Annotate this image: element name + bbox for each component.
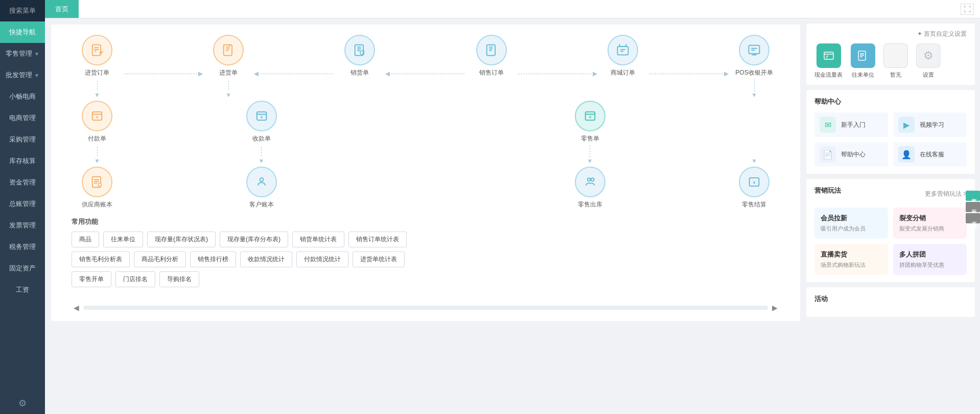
fullscreen-button[interactable]: ⛶ bbox=[961, 4, 974, 15]
wf-label: 销货单 bbox=[351, 68, 369, 77]
sidebar-item-ledger[interactable]: 总账管理 bbox=[0, 193, 45, 215]
float-btn-service[interactable]: 客服热线 bbox=[966, 191, 980, 201]
sidebar-item-label: 小畅电商 bbox=[9, 92, 36, 101]
float-btn-community[interactable]: 服务社区 bbox=[966, 202, 980, 212]
scroll-track[interactable] bbox=[83, 306, 768, 310]
wf-node-zero-sales[interactable]: ¥ 零售单 bbox=[565, 101, 616, 143]
wf-node-payment[interactable]: ¥ 付款单 bbox=[72, 101, 123, 143]
workflow-card: 进货订单 ▶ 进货单 bbox=[51, 25, 800, 321]
func-btn-receipt-stats[interactable]: 收款情况统计 bbox=[240, 251, 292, 267]
more-marketing-link[interactable]: 更多营销玩法 > bbox=[925, 190, 967, 198]
wf-node-customer-ledger[interactable]: 客户账本 bbox=[236, 167, 287, 209]
chevron-down-icon: ▼ bbox=[34, 73, 39, 78]
svg-rect-4 bbox=[224, 45, 232, 56]
wf-node-mall-order[interactable]: 商城订单 bbox=[597, 35, 648, 77]
home-customize-settings[interactable]: ✦ 首页自定义设置 bbox=[917, 30, 967, 38]
func-btn-inventory-dist[interactable]: 现存量(库存分布表) bbox=[220, 232, 288, 247]
help-item-beginner[interactable]: ✉ 新手入门 bbox=[814, 112, 888, 137]
video-icon: ▶ bbox=[898, 117, 915, 133]
beginner-icon: ✉ bbox=[820, 117, 836, 133]
contacts-icon bbox=[851, 43, 875, 68]
marketing-item-title: 会员拉新 bbox=[821, 214, 882, 223]
marketing-item-group[interactable]: 多人拼团 拼团购物享受优惠 bbox=[893, 244, 967, 275]
float-btn-desktop[interactable]: 桌面快捷 bbox=[966, 213, 980, 223]
wf-node-supplier-ledger[interactable]: 供应商账本 bbox=[72, 167, 123, 209]
tab-home[interactable]: 首页 bbox=[45, 0, 79, 18]
quick-icon-empty[interactable]: 暂无 bbox=[883, 43, 908, 79]
main-area: 首页 ⛶ 进货订单 bbox=[45, 0, 980, 414]
sidebar-item-ecommerce[interactable]: 电商管理 bbox=[0, 107, 45, 129]
wf-label: 销售订单 bbox=[479, 68, 504, 77]
marketing-item-desc: 场景式购物新玩法 bbox=[821, 261, 882, 269]
help-item-service[interactable]: 👤 在线客服 bbox=[893, 142, 967, 167]
marketing-item-title: 裂变分销 bbox=[899, 214, 961, 223]
quick-icon-cashflow[interactable]: 现金流量表 bbox=[814, 43, 843, 79]
sidebar-item-purchase[interactable]: 采购管理 bbox=[0, 129, 45, 150]
supplier-ledger-icon bbox=[82, 167, 112, 197]
wf-label: POS收银开单 bbox=[735, 68, 773, 77]
sidebar-item-label: 电商管理 bbox=[9, 113, 36, 123]
sidebar-item-retail[interactable]: 零售管理 ▼ bbox=[0, 43, 45, 64]
marketing-item-member[interactable]: 会员拉新 吸引用户成为会员 bbox=[814, 208, 888, 239]
help-item-video[interactable]: ▶ 视频学习 bbox=[893, 112, 967, 137]
func-btn-purchase-stats[interactable]: 进货单统计表 bbox=[353, 251, 405, 267]
quick-icon-contacts[interactable]: 往来单位 bbox=[851, 43, 875, 79]
func-btn-store-rank[interactable]: 门店排名 bbox=[115, 271, 155, 287]
retail-settlement-icon: ¥ bbox=[739, 167, 769, 197]
sidebar-item-finance[interactable]: 资金管理 bbox=[0, 172, 45, 193]
sidebar-search[interactable]: 搜索菜单 bbox=[0, 0, 45, 21]
scroll-left-button[interactable]: ◀ bbox=[72, 304, 81, 312]
wf-label: 零售结算 bbox=[742, 200, 766, 209]
svg-rect-5 bbox=[355, 45, 363, 56]
svg-point-19 bbox=[587, 178, 590, 181]
func-btn-order-stats[interactable]: 销售订单统计表 bbox=[348, 232, 407, 247]
quick-icon-label: 设置 bbox=[923, 71, 934, 79]
func-row-3: 零售开单 门店排名 导购排名 bbox=[72, 271, 780, 287]
sidebar-item-ecommerce-small[interactable]: 小畅电商 bbox=[0, 86, 45, 107]
marketing-item-referral[interactable]: 裂变分销 裂变式发展分销商 bbox=[893, 208, 967, 239]
sidebar-item-assets[interactable]: 固定资产 bbox=[0, 258, 45, 279]
wf-node-sales-order[interactable]: 销售订单 bbox=[466, 35, 517, 77]
zero-sales-icon: ¥ bbox=[575, 101, 605, 131]
wf-node-receipt[interactable]: ¥ 收款单 bbox=[236, 101, 287, 143]
marketing-item-live[interactable]: 直播卖货 场景式购物新玩法 bbox=[814, 244, 888, 275]
arrow-right: ▶ bbox=[254, 70, 334, 77]
func-btn-sales-margin[interactable]: 销售毛利分析表 bbox=[72, 251, 130, 267]
right-sidebar: ✦ 首页自定义设置 现金流量表 往来单位 bbox=[806, 18, 980, 414]
wf-node-purchase-order[interactable]: 进货订单 bbox=[72, 35, 123, 77]
wf-node-retail-settlement[interactable]: ¥ 零售结算 bbox=[729, 167, 780, 209]
float-buttons: 客服热线 服务社区 桌面快捷 bbox=[966, 191, 980, 223]
func-btn-guide-rank[interactable]: 导购排名 bbox=[159, 271, 199, 287]
empty-icon bbox=[883, 43, 908, 68]
settings-icon[interactable]: ⚙ bbox=[18, 398, 27, 408]
sidebar-item-inventory[interactable]: 库存核算 bbox=[0, 150, 45, 172]
sidebar-bottom: ⚙ bbox=[0, 393, 45, 414]
wf-label: 进货订单 bbox=[85, 68, 109, 77]
quick-icon-settings[interactable]: ⚙ 设置 bbox=[916, 43, 941, 79]
sidebar-item-invoice[interactable]: 发票管理 bbox=[0, 215, 45, 236]
func-btn-payment-stats[interactable]: 付款情况统计 bbox=[296, 251, 348, 267]
wf-node-purchase[interactable]: 进货单 bbox=[203, 35, 254, 77]
sidebar-item-salary[interactable]: 工资 bbox=[0, 279, 45, 301]
help-item-helpcenter[interactable]: 📄 帮助中心 bbox=[814, 142, 888, 167]
wf-node-sales[interactable]: 销货单 bbox=[334, 35, 385, 77]
svg-point-18 bbox=[260, 178, 263, 181]
func-btn-product[interactable]: 商品 bbox=[72, 232, 99, 247]
sidebar-item-wholesale[interactable]: 批发管理 ▼ bbox=[0, 64, 45, 86]
func-btn-contacts[interactable]: 往来单位 bbox=[103, 232, 143, 247]
func-btn-retail-order[interactable]: 零售开单 bbox=[72, 271, 111, 287]
func-btn-sales-stats[interactable]: 销货单统计表 bbox=[292, 232, 344, 247]
sidebar-item-tax[interactable]: 税务管理 bbox=[0, 236, 45, 258]
func-btn-inventory-status[interactable]: 现存量(库存状况表) bbox=[147, 232, 216, 247]
help-card: 帮助中心 ✉ 新手入门 ▶ 视频学习 📄 帮助中心 👤 bbox=[806, 90, 975, 174]
wf-node-pos[interactable]: POS收银开单 bbox=[729, 35, 780, 77]
scroll-right-button[interactable]: ▶ bbox=[770, 304, 780, 312]
sidebar-item-quicknav[interactable]: 快捷导航 bbox=[0, 21, 45, 43]
receipt-icon: ¥ bbox=[246, 101, 277, 131]
sidebar-item-label: 库存核算 bbox=[9, 156, 36, 166]
func-btn-sales-rank[interactable]: 销售排行榜 bbox=[190, 251, 236, 267]
wf-node-retail-outbound[interactable]: 零售出库 bbox=[565, 167, 616, 209]
wf-label: 零售出库 bbox=[578, 200, 602, 209]
func-row-1: 商品 往来单位 现存量(库存状况表) 现存量(库存分布表) 销货单统计表 销售订… bbox=[72, 232, 780, 247]
func-btn-product-margin[interactable]: 商品毛利分析 bbox=[134, 251, 186, 267]
